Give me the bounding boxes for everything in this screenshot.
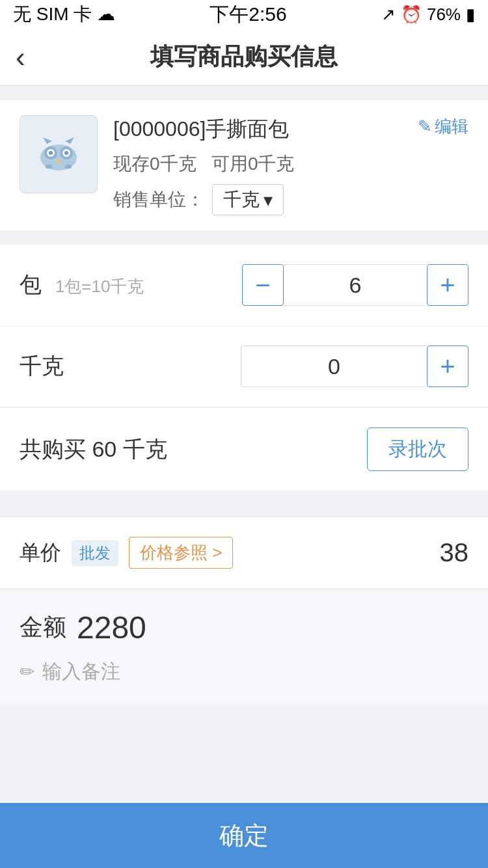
svg-rect-8 (46, 165, 52, 169)
unit-select[interactable]: 千克 ▾ (212, 184, 284, 215)
product-stock: 现存0千克 可用0千克 (113, 152, 468, 176)
product-card: [0000006]手撕面包 ✎ 编辑 现存0千克 可用0千克 销售单位： 千克 … (0, 99, 488, 232)
separator-1 (0, 232, 488, 245)
edit-label: 编辑 (435, 115, 468, 138)
back-button[interactable]: ‹ (16, 41, 25, 74)
no-sim-text: 无 SIM 卡 ☁ (13, 2, 115, 27)
remark-row[interactable]: ✏ 输入备注 (20, 658, 468, 685)
bao-label-group: 包 1包=10千克 (20, 270, 144, 300)
status-bar: 无 SIM 卡 ☁ 下午2:56 ↗ ⏰ 76% ▮ (0, 0, 488, 29)
nav-bar: ‹ 填写商品购买信息 (0, 29, 488, 86)
bao-quantity-row: 包 1包=10千克 − + (0, 245, 488, 326)
edit-icon: ✎ (418, 116, 432, 137)
amount-value: 2280 (77, 610, 146, 645)
product-code: [0000006] (113, 117, 206, 141)
pencil-icon: ✏ (20, 661, 34, 683)
price-ref-button[interactable]: 价格参照 > (129, 537, 233, 569)
price-label: 单价 (20, 539, 61, 567)
status-time: 下午2:56 (210, 1, 286, 28)
amount-label: 金额 (20, 612, 66, 644)
battery-icon: ▮ (466, 5, 475, 25)
price-section: 单价 批发 价格参照 > 38 (0, 517, 488, 589)
price-value: 38 (440, 538, 469, 567)
bao-label: 包 (20, 272, 42, 297)
product-name-row: [0000006]手撕面包 ✎ 编辑 (113, 115, 468, 144)
unit-value: 千克 (223, 187, 260, 212)
batch-button[interactable]: 录批次 (367, 427, 468, 471)
status-left: 无 SIM 卡 ☁ (13, 2, 115, 27)
amount-section: 金额 2280 ✏ 输入备注 (0, 590, 488, 705)
confirm-button[interactable]: 确定 (219, 819, 269, 852)
summary-text: 共购买 60 千克 (20, 435, 167, 465)
kg-qty-control: + (241, 346, 468, 387)
location-icon: ↗ (381, 5, 396, 25)
product-image (20, 115, 98, 193)
price-row: 单价 批发 价格参照 > 38 (20, 537, 468, 569)
product-info: [0000006]手撕面包 ✎ 编辑 现存0千克 可用0千克 销售单位： 千克 … (113, 115, 468, 215)
kg-label-group: 千克 (20, 351, 64, 381)
bao-qty-input[interactable] (284, 264, 427, 306)
remark-placeholder: 输入备注 (42, 658, 120, 685)
svg-point-5 (49, 151, 53, 155)
battery-text: 76% (427, 5, 461, 25)
product-name: [0000006]手撕面包 (113, 115, 289, 144)
kg-qty-input[interactable] (241, 346, 427, 387)
bao-hint: 1包=10千克 (55, 277, 144, 296)
edit-button[interactable]: ✎ 编辑 (418, 115, 468, 138)
svg-marker-10 (43, 137, 52, 144)
product-unit-row: 销售单位： 千克 ▾ (113, 184, 468, 215)
unit-label: 销售单位： (113, 187, 204, 212)
stock-text: 现存0千克 (113, 154, 197, 174)
available-text: 可用0千克 (211, 154, 295, 174)
bao-qty-control: − + (242, 264, 468, 306)
kg-label: 千克 (20, 353, 64, 378)
product-title: 手撕面包 (206, 117, 289, 141)
svg-point-6 (64, 151, 68, 155)
kg-plus-button[interactable]: + (427, 346, 468, 387)
separator-2 (0, 491, 488, 504)
bao-minus-button[interactable]: − (242, 264, 284, 306)
price-left: 单价 批发 价格参照 > (20, 537, 233, 569)
kg-quantity-row: 千克 + (0, 326, 488, 407)
status-right: ↗ ⏰ 76% ▮ (381, 5, 475, 25)
amount-row: 金额 2280 (20, 610, 468, 645)
chevron-down-icon: ▾ (264, 189, 273, 211)
owl-logo-icon (33, 135, 85, 174)
svg-rect-9 (65, 165, 72, 169)
alarm-icon: ⏰ (401, 5, 422, 25)
bao-plus-button[interactable]: + (427, 264, 468, 306)
page-title: 填写商品购买信息 (150, 41, 338, 73)
svg-marker-11 (65, 137, 74, 144)
pifa-tag: 批发 (72, 540, 118, 566)
summary-row: 共购买 60 千克 录批次 (0, 407, 488, 491)
confirm-bar[interactable]: 确定 (0, 803, 488, 868)
